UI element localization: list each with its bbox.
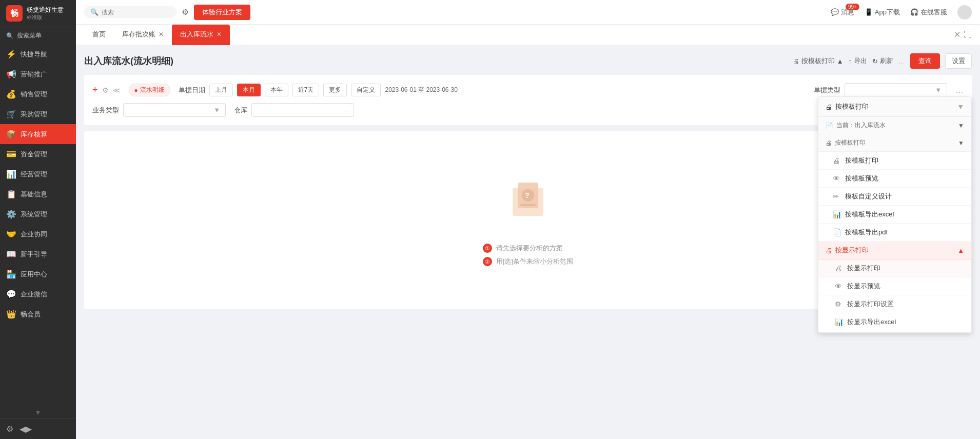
page-title: 出入库流水(流水明细): [84, 55, 173, 67]
filter-collapse-icon[interactable]: ≪: [113, 86, 121, 94]
template-pdf-icon: 📄: [833, 228, 841, 236]
sidebar-item-inventory[interactable]: 📦 库存核算: [0, 124, 76, 144]
filter-add-button[interactable]: +: [92, 85, 98, 95]
query-button[interactable]: 查询: [910, 53, 940, 69]
quick-nav-icon: ⚡: [6, 49, 16, 59]
topbar-right-area: 💬 消息 99+ 📱 App下载 🎧 在线客服: [831, 5, 972, 19]
more-dots-icon[interactable]: …: [955, 86, 964, 95]
tab-home[interactable]: 首页: [84, 25, 114, 45]
printer-icon: 🖨: [793, 57, 799, 65]
sidebar-item-app-center[interactable]: 🏪 应用中心: [0, 264, 76, 284]
display-export-pdf-item[interactable]: 📄 按显示导出pdf: [818, 331, 971, 332]
template-export-excel-item[interactable]: 📊 按模板导出excel: [818, 206, 971, 224]
sidebar-item-collaboration[interactable]: 🤝 企业协同: [0, 224, 76, 244]
dropdown-current-section[interactable]: 📄 当前：出入库流水 ▼: [818, 117, 971, 134]
app-download-button[interactable]: 📱 App下载: [865, 8, 900, 17]
settings-gear-icon[interactable]: ⚙: [6, 424, 13, 434]
template-design-item[interactable]: ✏ 模板自定义设计: [818, 188, 971, 206]
date-btn-last-month[interactable]: 上月: [209, 84, 233, 96]
user-avatar: [957, 5, 972, 19]
filter-date-label: 单据日期: [179, 86, 205, 95]
sidebar-item-basic-info[interactable]: 📋 基础信息: [0, 184, 76, 204]
template-print-item[interactable]: 🖨 按模板打印: [818, 152, 971, 170]
filter-tags-area: + ⚙ ≪: [92, 85, 121, 95]
tab-inventory-batch-label: 库存批次账: [122, 30, 155, 39]
export-button[interactable]: ↑ 导出: [849, 56, 868, 66]
tab-warehouse-flow[interactable]: 出入库流水 ✕: [172, 25, 230, 45]
sidebar-item-wechat[interactable]: 💬 企业微信: [0, 284, 76, 304]
print-button[interactable]: 🖨 按模板打印 ▲: [793, 56, 844, 66]
template-export-pdf-item[interactable]: 📄 按模板导出pdf: [818, 224, 971, 242]
topbar-gear-icon[interactable]: ⚙: [182, 7, 189, 17]
tab-warehouse-flow-close[interactable]: ✕: [217, 31, 222, 38]
refresh-button[interactable]: ↻ 刷新: [872, 56, 893, 66]
export-icon: ↑: [849, 57, 852, 65]
basic-info-icon: 📋: [6, 189, 16, 199]
hint-num-1: ①: [483, 244, 492, 253]
marketing-icon: 📢: [6, 69, 16, 79]
display-print-section-header[interactable]: 🖨 按显示打印 ▲: [818, 242, 971, 260]
sidebar-item-guide[interactable]: 📖 新手引导: [0, 244, 76, 264]
sidebar-item-finance[interactable]: 💳 资金管理: [0, 144, 76, 164]
sidebar-item-member[interactable]: 👑 畅会员: [0, 304, 76, 324]
display-export-excel-item[interactable]: 📊 按显示导出excel: [818, 313, 971, 331]
topbar-search-input[interactable]: [102, 9, 163, 16]
template-excel-icon: 📊: [833, 210, 841, 218]
operations-icon: 📊: [6, 169, 16, 179]
sidebar-item-system[interactable]: ⚙️ 系统管理: [0, 204, 76, 224]
online-service-button[interactable]: 🎧 在线客服: [910, 8, 947, 17]
sidebar-item-marketing[interactable]: 📢 营销推广: [0, 64, 76, 84]
sidebar-item-operations[interactable]: 📊 经营管理: [0, 164, 76, 184]
date-btn-7days[interactable]: 近7天: [292, 84, 320, 96]
display-print-item[interactable]: 🖨 按显示打印: [818, 260, 971, 277]
settings-button[interactable]: 设置: [945, 53, 972, 69]
topbar-search-icon: 🔍: [90, 8, 99, 16]
filter-type-select[interactable]: ▼: [845, 83, 947, 97]
sidebar-item-sales[interactable]: 💰 销售管理: [0, 84, 76, 104]
filter-business-select[interactable]: ▼: [123, 103, 226, 117]
scroll-down-arrow[interactable]: ▼: [0, 407, 76, 418]
minimize-icon[interactable]: ✕: [954, 30, 961, 39]
sidebar-item-quick-nav[interactable]: ⚡ 快捷导航: [0, 44, 76, 64]
filter-row-1: + ⚙ ≪ ● 流水明细 单据日期 上月 本月 本年: [92, 83, 964, 97]
collapse-sidebar-icon[interactable]: ◀▶: [19, 424, 32, 434]
filter-settings-icon[interactable]: ⚙: [102, 86, 109, 94]
message-icon: 💬: [831, 8, 839, 16]
dropdown-header: 🖨 按模板打印 ▼: [818, 97, 971, 117]
display-print-label: 按显示打印: [847, 264, 880, 273]
refresh-icon: ↻: [872, 57, 878, 65]
current-arrow-icon: ▼: [958, 122, 964, 129]
filter-type-section: 单据类型 ▼: [814, 83, 947, 97]
dropdown-title: 🖨 按模板打印: [826, 102, 869, 111]
sidebar-search-item[interactable]: 🔍 搜索菜单: [0, 27, 76, 44]
user-avatar-button[interactable]: [957, 5, 972, 19]
page-title-row: 出入库流水(流水明细) 🖨 按模板打印 ▲ ↑ 导出 ↻ 刷新: [84, 53, 972, 69]
app-download-label: App下载: [875, 8, 900, 17]
filter-warehouse-label: 仓库: [234, 106, 247, 115]
template-print-section-header[interactable]: 🖨 按模板打印 ▼: [818, 134, 971, 152]
template-preview-item[interactable]: 👁 按模板预览: [818, 170, 971, 188]
display-print-settings-item[interactable]: ⚙ 按显示打印设置: [818, 295, 971, 313]
actions-divider: …: [898, 57, 905, 65]
date-btn-more[interactable]: 更多: [323, 84, 347, 96]
dropdown-close-icon[interactable]: ▼: [957, 103, 964, 111]
maximize-icon[interactable]: ⛶: [964, 30, 972, 39]
business-chevron-icon: ▼: [213, 106, 220, 114]
empty-state-icon: ?: [502, 172, 554, 233]
filter-date-options: 上月 本月 本年 近7天 更多 自定义: [209, 84, 381, 96]
topbar-search-box[interactable]: 🔍: [84, 6, 177, 18]
date-btn-this-month[interactable]: 本月: [237, 84, 261, 96]
filter-chip-liushui[interactable]: ● 流水明细: [129, 84, 170, 96]
filter-warehouse-select[interactable]: …: [251, 103, 354, 117]
tab-inventory-batch-close[interactable]: ✕: [159, 31, 164, 38]
messages-button[interactable]: 💬 消息 99+: [831, 8, 854, 17]
date-btn-custom[interactable]: 自定义: [351, 84, 381, 96]
display-preview-item[interactable]: 👁 按显示预览: [818, 277, 971, 295]
tab-inventory-batch[interactable]: 库存批次账 ✕: [114, 25, 172, 45]
industry-solution-button[interactable]: 体验行业方案: [194, 5, 250, 20]
date-btn-this-year[interactable]: 本年: [265, 84, 288, 96]
hint-num-2: ②: [483, 257, 492, 266]
sidebar-item-purchase[interactable]: 🛒 采购管理: [0, 104, 76, 124]
display-preview-label: 按显示预览: [847, 282, 880, 291]
sidebar-item-label: 基础信息: [21, 190, 47, 199]
